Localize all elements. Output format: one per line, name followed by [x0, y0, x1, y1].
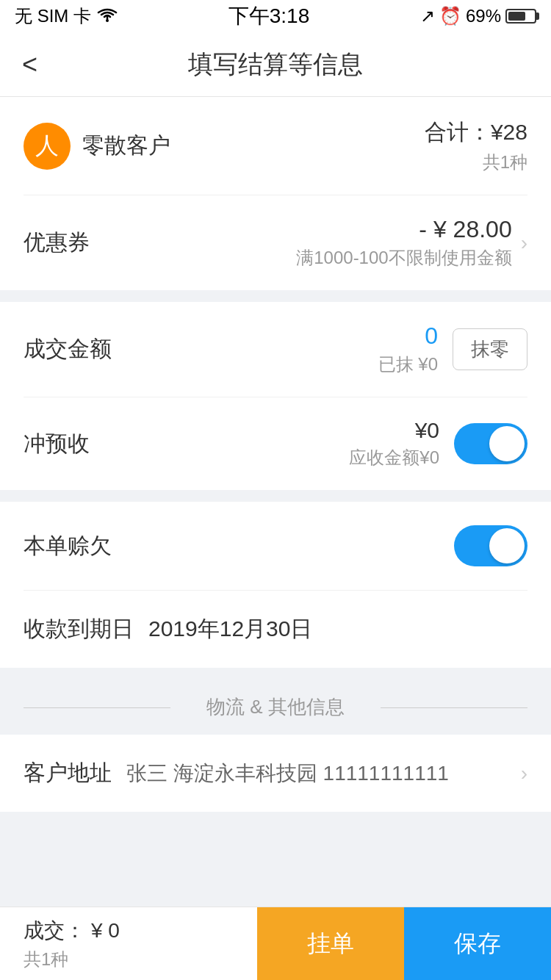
- debt-section: 本单赊欠 收款到期日 2019年12月30日: [0, 502, 551, 668]
- bottom-deal-row: 成交： ¥ 0: [24, 917, 234, 945]
- location-icon: ↗: [420, 6, 435, 26]
- duedate-row: 收款到期日 2019年12月30日: [24, 591, 527, 668]
- amount-right: 0 已抹 ¥0 抹零: [378, 323, 527, 376]
- customer-avatar: 人: [24, 123, 71, 170]
- debt-toggle[interactable]: [454, 525, 527, 566]
- debt-row: 本单赊欠: [24, 502, 527, 591]
- customer-section: 人 零散客户 合计：¥28 共1种 优惠券 - ¥ 28.00 满1000-10…: [0, 97, 551, 290]
- bottom-count: 共1种: [24, 948, 234, 971]
- prepay-value-block: ¥0 应收金额¥0: [349, 418, 439, 469]
- pending-button[interactable]: 挂单: [257, 907, 404, 981]
- amount-row: 成交金额 0 已抹 ¥0 抹零: [24, 302, 527, 397]
- amount-label: 成交金额: [24, 334, 112, 364]
- address-row[interactable]: 客户地址 张三 海淀永丰科技园 11111111111 ›: [0, 735, 551, 812]
- avatar-icon: 人: [35, 130, 59, 162]
- bottom-deal-label: 成交：: [24, 917, 85, 945]
- page-title: 填写结算等信息: [188, 48, 363, 82]
- alarm-icon: ⏰: [439, 6, 461, 26]
- customer-right: 合计：¥28 共1种: [425, 118, 527, 174]
- status-time: 下午3:18: [228, 2, 310, 30]
- address-chevron-icon: ›: [521, 762, 527, 785]
- logistics-divider: 物流 & 其他信息: [0, 680, 551, 735]
- total-amount: 合计：¥28: [425, 118, 527, 148]
- round-off-button[interactable]: 抹零: [453, 328, 527, 370]
- bottom-deal-value: ¥ 0: [91, 919, 120, 943]
- prepay-row: 冲预收 ¥0 应收金额¥0: [24, 397, 527, 490]
- customer-name: 零散客户: [82, 131, 170, 161]
- wifi-icon: [97, 6, 118, 26]
- coupon-label: 优惠券: [24, 228, 90, 258]
- total-count: 共1种: [425, 151, 527, 174]
- prepay-value: ¥0: [349, 418, 439, 443]
- bottom-summary: 成交： ¥ 0 共1种: [0, 917, 257, 971]
- chevron-right-icon: ›: [521, 231, 527, 255]
- battery-percent: 69%: [466, 6, 501, 26]
- toggle-knob: [489, 426, 525, 461]
- prepay-toggle[interactable]: [454, 423, 527, 464]
- address-value: 张三 海淀永丰科技园 11111111111: [126, 760, 521, 788]
- status-right: ↗ ⏰ 69%: [420, 6, 536, 26]
- coupon-desc: 满1000-100不限制使用金额: [296, 246, 511, 270]
- customer-left: 人 零散客户: [24, 123, 170, 170]
- back-button[interactable]: <: [22, 49, 37, 80]
- save-button[interactable]: 保存: [404, 907, 551, 981]
- prepay-desc: 应收金额¥0: [349, 446, 439, 469]
- debt-label: 本单赊欠: [24, 531, 112, 561]
- already-rounded: 已抹 ¥0: [378, 353, 438, 376]
- logistics-label: 物流 & 其他信息: [192, 694, 359, 720]
- bottom-bar: 成交： ¥ 0 共1种 挂单 保存: [0, 907, 551, 980]
- address-section: 客户地址 张三 海淀永丰科技园 11111111111 ›: [0, 735, 551, 812]
- amount-value[interactable]: 0: [378, 323, 438, 350]
- svg-point-0: [106, 19, 109, 22]
- nav-bar: < 填写结算等信息: [0, 32, 551, 97]
- amount-value-block: 0 已抹 ¥0: [378, 323, 438, 376]
- duedate-value[interactable]: 2019年12月30日: [148, 614, 312, 644]
- duedate-label: 收款到期日: [24, 614, 134, 644]
- customer-row: 人 零散客户 合计：¥28 共1种: [0, 97, 551, 195]
- battery-icon: [505, 9, 536, 24]
- debt-toggle-knob: [489, 528, 525, 563]
- prepay-right: ¥0 应收金额¥0: [349, 418, 527, 469]
- coupon-value: - ¥ 28.00: [296, 216, 511, 243]
- coupon-text-block: - ¥ 28.00 满1000-100不限制使用金额: [296, 216, 511, 270]
- status-left: 无 SIM 卡: [15, 4, 118, 28]
- prepay-label: 冲预收: [24, 429, 90, 459]
- coupon-right: - ¥ 28.00 满1000-100不限制使用金额 ›: [296, 216, 527, 270]
- status-bar: 无 SIM 卡 下午3:18 ↗ ⏰ 69%: [0, 0, 551, 32]
- coupon-row[interactable]: 优惠券 - ¥ 28.00 满1000-100不限制使用金额 ›: [0, 195, 551, 290]
- transaction-section: 成交金额 0 已抹 ¥0 抹零 冲预收 ¥0 应收金额¥0: [0, 302, 551, 490]
- address-label: 客户地址: [24, 758, 112, 788]
- carrier-label: 无 SIM 卡: [15, 4, 91, 28]
